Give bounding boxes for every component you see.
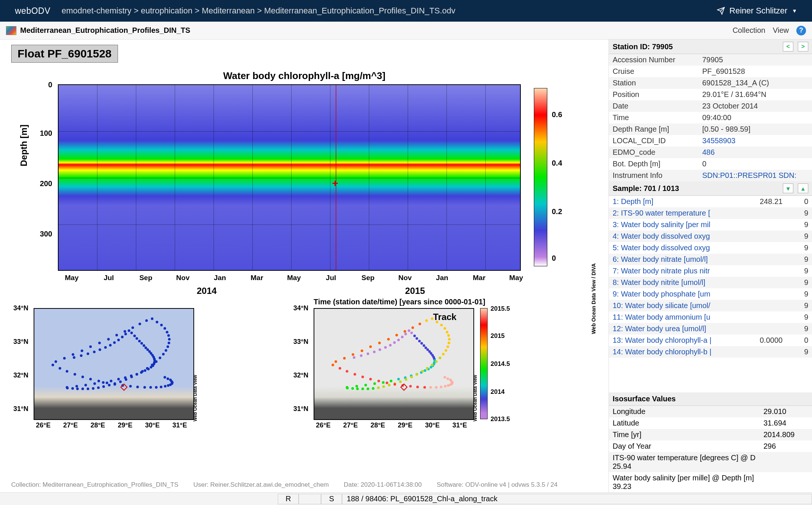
track-chart-title: Time (station date/time) [years since 00… (295, 298, 504, 306)
sample-row[interactable]: 2: ITS-90 water temperature [9 (609, 207, 812, 219)
map-left-credit: Web Ocean Data View (193, 375, 198, 421)
metadata-row: CruisePF_6901528 (609, 66, 812, 77)
menu-view[interactable]: View (773, 26, 789, 35)
current-station-marker (336, 85, 336, 270)
station-map[interactable] (34, 308, 194, 420)
sample-down-button[interactable]: ▾ (783, 184, 793, 193)
metadata-value[interactable]: 34558903 (702, 137, 808, 145)
track-label: Track (433, 312, 457, 322)
sample-row[interactable]: 8: Water body nitrite [umol/l]9 (609, 277, 812, 288)
station-dots (38, 313, 190, 415)
status-bar: R S 188 / 98406: PL_6901528_Chl-a_along_… (0, 492, 812, 505)
breadcrumb[interactable]: emodnet-chemistry > eutrophication > Med… (62, 6, 717, 16)
sample-row[interactable]: 6: Water body nitrate [umol/l]9 (609, 254, 812, 265)
side-panel: Station ID: 79905 < > Accession Number79… (609, 40, 812, 492)
metadata-row: Bot. Depth [m]0 (609, 158, 812, 170)
sample-row[interactable]: 1: Depth [m]248.210 (609, 196, 812, 207)
map-right-xticks: 26°E 27°E 28°E 29°E 30°E 31°E (314, 421, 474, 430)
map-right-yticks: 34°N 33°N 32°N 31°N (293, 308, 311, 420)
plot-footer: Collection: Mediterranean_Eutrophication… (11, 481, 597, 489)
sample-variable-list: 1: Depth [m]248.2102: ITS-90 water tempe… (609, 196, 812, 392)
brand[interactable]: webODV (15, 6, 50, 16)
sample-row[interactable]: 10: Water body silicate [umol/9 (609, 300, 812, 311)
iso-row: ITS-90 water temperature [degrees C] @ D… (609, 452, 812, 472)
metadata-value: [0.50 - 989.59] (702, 125, 808, 134)
iso-row: Water body salinity [per mille] @ Depth … (609, 472, 812, 492)
sample-row[interactable]: 4: Water body dissolved oxyg9 (609, 230, 812, 242)
metadata-row: EDMO_code486 (609, 147, 812, 158)
iso-row: Longitude29.010 (609, 406, 812, 417)
metadata-value[interactable]: 486 (702, 148, 808, 157)
colorbar-label: Web Ocean Data View / DIVA (591, 263, 597, 334)
sample-header: Sample: 701 / 1013 ▾ ▴ (609, 181, 812, 196)
sample-row[interactable]: 3: Water body salinity [per mil9 (609, 219, 812, 230)
metadata-row: Instrument InfoSDN:P01::PRESPR01 SDN: (609, 170, 812, 181)
collection-title: Mediterranean_Eutrophication_Profiles_DI… (20, 26, 732, 35)
x-axis-ticks: May Jul Sep Nov Jan Mar May Jul Sep Nov … (58, 274, 521, 285)
track-colorbar (480, 308, 488, 419)
metadata-row: Depth Range [m][0.50 - 989.59] (609, 123, 812, 135)
prev-station-button[interactable]: < (783, 42, 793, 51)
user-menu[interactable]: Reiner Schlitzer ▼ (717, 6, 797, 16)
metadata-value[interactable]: SDN:P01::PRESPR01 SDN: (702, 171, 808, 180)
y-axis-label: Depth [m] (19, 125, 29, 166)
metadata-value: 79905 (702, 56, 808, 64)
plot-area[interactable]: Float PF_6901528 Water body chlorophyll-… (0, 40, 609, 492)
colorbar (534, 88, 547, 266)
metadata-value: 0 (702, 160, 808, 168)
sample-row[interactable]: 5: Water body dissolved oxyg9 (609, 242, 812, 254)
track-map[interactable] (314, 308, 474, 420)
menu-collection[interactable]: Collection (732, 26, 765, 35)
isosurface-table: Longitude29.010Latitude31.694Time [yr]20… (609, 406, 812, 492)
status-r[interactable]: R (278, 494, 299, 504)
next-station-button[interactable]: > (798, 42, 808, 51)
toolbar: Mediterranean_Eutrophication_Profiles_DI… (0, 22, 812, 40)
sample-row[interactable]: 13: Water body chlorophyll-a |0.00000 (609, 335, 812, 346)
collection-icon (6, 26, 16, 35)
metadata-row: Time09:40:00 (609, 112, 812, 123)
status-info: 188 / 98406: PL_6901528_Chl-a_along_trac… (342, 494, 812, 504)
metadata-value: 09:40:00 (702, 113, 808, 122)
send-icon (717, 7, 725, 15)
map-left-yticks: 34°N 33°N 32°N 31°N (13, 308, 31, 420)
iso-row: Day of Year296 (609, 440, 812, 452)
metadata-row: Date23 October 2014 (609, 100, 812, 112)
y-axis-ticks: 0 100 200 300 (37, 84, 56, 271)
sample-row[interactable]: 7: Water body nitrate plus nitr9 (609, 265, 812, 277)
map-left-xticks: 26°E 27°E 28°E 29°E 30°E 31°E (34, 421, 194, 430)
metadata-row: Position29.01°E / 31.694°N (609, 89, 812, 100)
sample-row[interactable]: 9: Water body phosphate [um9 (609, 288, 812, 300)
status-s[interactable]: S (321, 494, 342, 504)
iso-row: Latitude31.694 (609, 417, 812, 429)
metadata-row: Station6901528_134_A (C) (609, 77, 812, 89)
top-navbar: webODV emodnet-chemistry > eutrophicatio… (0, 0, 812, 22)
sample-row[interactable]: 11: Water body ammonium [u9 (609, 311, 812, 323)
track-dots (318, 313, 470, 415)
station-metadata-table: Accession Number79905CruisePF_6901528Sta… (609, 54, 812, 181)
user-name: Reiner Schlitzer (729, 6, 787, 16)
sample-row[interactable]: 14: Water body chlorophyll-b |9 (609, 346, 812, 358)
metadata-value: 29.01°E / 31.694°N (702, 90, 808, 99)
sample-up-button[interactable]: ▴ (798, 184, 808, 193)
metadata-value: 23 October 2014 (702, 102, 808, 110)
metadata-row: LOCAL_CDI_ID34558903 (609, 135, 812, 147)
metadata-row: Accession Number79905 (609, 54, 812, 66)
chart-title: Water body chlorophyll-a [mg/m^3] (11, 70, 597, 82)
x-axis-year-labels: 2014 2015 (58, 286, 521, 297)
metadata-value: PF_6901528 (702, 67, 808, 76)
isosurface-header: Isosurface Values (609, 392, 812, 406)
map-right-credit: Web Ocean Data View (473, 375, 478, 421)
station-header: Station ID: 79905 < > (609, 40, 812, 54)
iso-row: Time [yr]2014.809 (609, 429, 812, 440)
caret-down-icon: ▼ (792, 8, 797, 14)
section-plot-canvas[interactable] (58, 84, 521, 271)
metadata-value: 6901528_134_A (C) (702, 79, 808, 87)
help-icon[interactable]: ? (796, 26, 806, 35)
sample-row[interactable]: 12: Water body urea [umol/l]9 (609, 323, 812, 335)
